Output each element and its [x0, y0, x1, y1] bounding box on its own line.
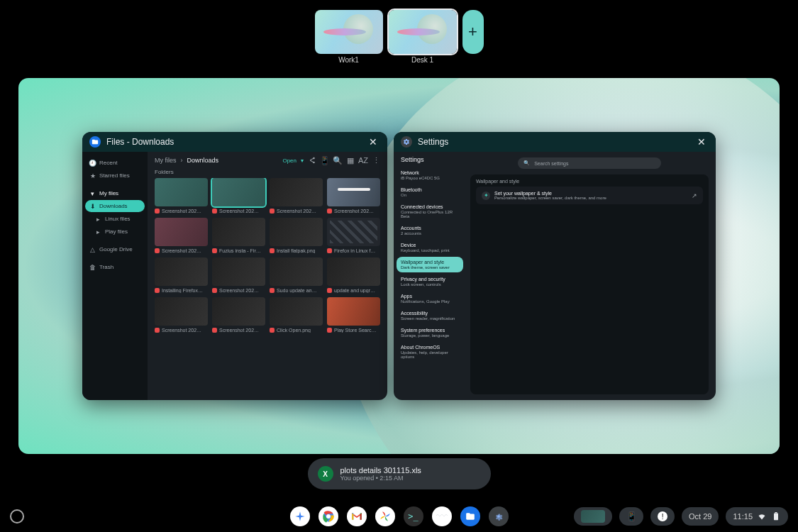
- sort-icon[interactable]: AZ: [359, 156, 367, 165]
- image-icon: [270, 248, 275, 253]
- sidebar-item-system-prefs[interactable]: System preferencesStorage, power, langua…: [397, 325, 463, 340]
- notification-pill[interactable]: !: [650, 507, 675, 526]
- sidebar-item-drive[interactable]: △Google Drive: [85, 243, 145, 255]
- file-name: Fuzius insta - Fir…: [219, 248, 261, 253]
- image-icon: [212, 328, 217, 333]
- more-icon[interactable]: ⋮: [372, 156, 380, 165]
- sidebar-item-label: Recent: [99, 160, 117, 166]
- file-tile[interactable]: Click Open.png: [270, 297, 323, 333]
- sidebar-item-device[interactable]: DeviceKeyboard, touchpad, print: [397, 240, 463, 255]
- search-icon[interactable]: 🔍: [333, 156, 342, 165]
- sidebar-item-trash[interactable]: 🗑Trash: [85, 261, 145, 273]
- grid-view-icon[interactable]: ▦: [346, 156, 355, 165]
- app-gmail[interactable]: [347, 506, 367, 526]
- sidebar-item-accessibility[interactable]: AccessibilityScreen reader, magnificatio…: [397, 308, 463, 323]
- file-name: update and upgr…: [334, 288, 375, 293]
- desk-label: Desk 1: [389, 57, 457, 64]
- file-name: Screenshot 202…: [162, 328, 201, 333]
- sidebar-item-bluetooth[interactable]: BluetoothOn: [397, 184, 463, 200]
- desk-thumb-work1[interactable]: Work1: [315, 10, 383, 64]
- launcher-button[interactable]: [10, 509, 24, 523]
- desk-switcher: Work1 Desk 1 +: [0, 0, 798, 64]
- close-icon[interactable]: ✕: [366, 135, 380, 149]
- battery-icon: [771, 511, 781, 521]
- phone-icon[interactable]: 📱: [321, 156, 329, 165]
- sidebar-item-label: Play files: [105, 228, 128, 235]
- file-tile[interactable]: Install flatpak.png: [270, 218, 323, 253]
- settings-search[interactable]: 🔍 Search settings: [518, 157, 661, 169]
- section-label: Folders: [155, 169, 380, 175]
- recent-file-toast[interactable]: X plots details 301115.xls You opened • …: [308, 458, 491, 489]
- file-tile[interactable]: Installing Firefox…: [155, 257, 208, 293]
- sidebar-item-linux[interactable]: ▸Linux files: [85, 213, 145, 225]
- open-button[interactable]: Open: [282, 157, 297, 164]
- settings-main: 🔍 Search settings Wallpaper and style ✦ …: [466, 152, 716, 400]
- sidebar-item-recent[interactable]: 🕘Recent: [85, 157, 145, 169]
- download-icon: ⬇: [89, 203, 96, 209]
- shelf-apps: >_ 〰: [290, 506, 509, 526]
- image-icon: [270, 328, 275, 333]
- breadcrumb-root[interactable]: My files: [155, 157, 177, 164]
- app-settings[interactable]: [489, 506, 509, 526]
- image-icon: [327, 328, 332, 333]
- file-tile[interactable]: Screenshot 202…: [270, 178, 323, 214]
- settings-window-header: Settings ✕: [394, 132, 716, 152]
- add-desk-button[interactable]: +: [462, 10, 484, 54]
- file-name: Play Store Searc…: [334, 328, 377, 333]
- sidebar-item-privacy[interactable]: Privacy and securityLock screen, control…: [397, 274, 463, 289]
- search-icon: 🔍: [523, 160, 530, 166]
- breadcrumb-current[interactable]: Downloads: [187, 157, 219, 164]
- app-photos[interactable]: [375, 506, 395, 526]
- phone-hub-pill[interactable]: 📱: [619, 507, 643, 526]
- sidebar-item-myfiles[interactable]: ▾My files: [85, 187, 145, 199]
- settings-window[interactable]: Settings ✕ Settings NetworkiB Payoo eC4D…: [394, 132, 716, 400]
- close-icon[interactable]: ✕: [694, 135, 709, 149]
- file-tile[interactable]: Sudo update an…: [270, 257, 323, 293]
- open-with-dropdown[interactable]: ▾: [301, 157, 304, 164]
- files-window[interactable]: Files - Downloads ✕ 🕘Recent ★Starred fil…: [82, 132, 387, 400]
- app-gemini[interactable]: [290, 506, 310, 526]
- share-icon[interactable]: [308, 156, 316, 165]
- file-tile[interactable]: Screenshot 202…: [155, 218, 208, 253]
- files-window-header: Files - Downloads ✕: [82, 132, 387, 152]
- app-sentry[interactable]: 〰: [432, 506, 452, 526]
- desk-thumb-desk1[interactable]: Desk 1: [389, 10, 457, 64]
- file-tile[interactable]: Screenshot 202…: [212, 257, 265, 293]
- window-title: Files - Downloads: [106, 137, 360, 147]
- toast-sub: You opened • 2:15 AM: [340, 475, 421, 482]
- file-tile[interactable]: Firefox in Linux f…: [327, 218, 380, 253]
- file-tile[interactable]: Play Store Searc…: [327, 297, 380, 333]
- tote-status-pill[interactable]: [574, 507, 612, 526]
- sidebar-item-apps[interactable]: AppsNotifications, Google Play: [397, 291, 463, 306]
- file-tile[interactable]: Screenshot 202…: [327, 178, 380, 214]
- wallpaper-style-card[interactable]: ✦ Set your wallpaper & style Personalize…: [476, 187, 703, 204]
- files-sidebar: 🕘Recent ★Starred files ▾My files ⬇Downlo…: [82, 152, 148, 400]
- star-icon: ★: [89, 172, 96, 179]
- sidebar-item-label: Trash: [99, 264, 113, 270]
- sidebar-item-starred[interactable]: ★Starred files: [85, 170, 145, 182]
- app-chrome[interactable]: [318, 506, 338, 526]
- file-name: Installing Firefox…: [162, 288, 203, 293]
- clock-pill[interactable]: 11:15: [726, 507, 788, 526]
- image-icon: [212, 248, 217, 253]
- app-files[interactable]: [460, 506, 480, 526]
- file-tile[interactable]: Fuzius insta - Fir…: [212, 218, 265, 253]
- file-tile[interactable]: Screenshot 202…: [212, 178, 265, 214]
- file-tile[interactable]: update and upgr…: [327, 257, 380, 293]
- image-icon: [270, 209, 275, 214]
- quick-settings-pill[interactable]: Oct 29: [682, 507, 719, 526]
- sidebar-item-label: Downloads: [99, 203, 128, 209]
- sidebar-item-accounts[interactable]: Accounts2 accounts: [397, 223, 463, 238]
- file-tile[interactable]: Screenshot 202…: [155, 297, 208, 333]
- image-icon: [270, 288, 275, 293]
- app-terminal[interactable]: >_: [404, 506, 423, 526]
- sidebar-item-play[interactable]: ▸Play files: [85, 226, 145, 238]
- file-tile[interactable]: Screenshot 202…: [155, 178, 208, 214]
- sidebar-item-about[interactable]: About ChromeOSUpdates, help, developer o…: [397, 342, 463, 362]
- sidebar-item-network[interactable]: NetworkiB Payoo eC4DC 5G: [397, 167, 463, 183]
- image-icon: [155, 288, 160, 293]
- sidebar-item-connected-devices[interactable]: Connected devicesConnected to OnePlus 12…: [397, 201, 463, 221]
- file-tile[interactable]: Screenshot 202…: [212, 297, 265, 333]
- sidebar-item-wallpaper[interactable]: Wallpaper and styleDark theme, screen sa…: [397, 257, 463, 272]
- sidebar-item-downloads[interactable]: ⬇Downloads: [85, 200, 145, 212]
